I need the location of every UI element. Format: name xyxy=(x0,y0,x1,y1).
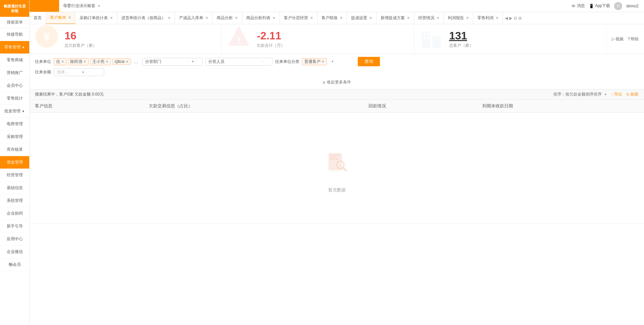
unit-more-btn[interactable]: ... xyxy=(132,59,139,65)
content-area: ¥ 16 总欠款客户（家） ! -2.11 欠款合计（ xyxy=(30,24,644,325)
unit-tag-wang-close[interactable]: ✕ xyxy=(105,60,109,64)
help-btn[interactable]: ? 帮助 xyxy=(628,36,639,42)
sidebar-item-retail[interactable]: 零售管理 ▼ xyxy=(0,41,29,54)
tab-retail-profit[interactable]: 零售利润 ✕ xyxy=(473,12,503,24)
sidebar-item-membership[interactable]: 会员中心 xyxy=(0,79,29,92)
sidebar-item-enterprise[interactable]: 企业协同 xyxy=(0,207,29,220)
user-avatar[interactable]: D xyxy=(614,2,622,10)
tab-operations[interactable]: 经营情况 ✕ xyxy=(414,12,444,24)
tab-accounts[interactable]: 客户账本 ✕ xyxy=(46,12,76,24)
tab-accounts-close[interactable]: ✕ xyxy=(68,15,71,20)
tab-new-raise-plan-label: 新增提成方案 xyxy=(381,15,405,21)
tab-purchase-orders-close[interactable]: ✕ xyxy=(110,16,113,20)
data-table: 客户信息 欠款交易信息（占比） 回款情况 到期未收款日期 xyxy=(30,100,644,224)
tab-inbound-stats[interactable]: 进货单统计表（按商品） ✕ xyxy=(117,12,175,24)
unit-tag-wu-close[interactable]: ✕ xyxy=(61,60,64,64)
balance-chevron-icon: ▼ xyxy=(82,71,85,74)
tab-purchase-orders[interactable]: 采购订单统计表 ✕ xyxy=(76,12,117,24)
sidebar-item-new-user[interactable]: 新手引导 xyxy=(0,220,29,233)
svg-rect-9 xyxy=(427,37,429,39)
sidebar-item-finance[interactable]: 资金管理 xyxy=(0,156,29,169)
tab-home[interactable]: 首页 xyxy=(30,12,46,24)
demo-selector-label: 母婴行业演示账套 xyxy=(63,3,95,9)
unit-tag-chen-close[interactable]: ✕ xyxy=(83,60,86,64)
unit-class-chevron-icon: ▼ xyxy=(331,60,334,63)
sidebar-item-enterprise-wechat[interactable]: 企业微信 xyxy=(0,246,29,258)
sidebar-item-quick-nav[interactable]: 快捷导航 xyxy=(0,28,29,41)
tabs-scroll-right[interactable]: ▶ xyxy=(509,16,512,21)
tab-production-inbound[interactable]: 产成品入库单 ✕ xyxy=(175,12,213,24)
tabs-expand[interactable]: ⊞ xyxy=(518,16,522,21)
tab-raise-settings-close[interactable]: ✕ xyxy=(369,16,372,20)
sort-select[interactable]: 排序：按欠款金额倒序排序 ▼ xyxy=(553,92,607,97)
sidebar-item-basic-info[interactable]: 基础信息 xyxy=(0,182,29,194)
stats-bar-actions: ▷ 视频 ? 帮助 xyxy=(606,36,644,42)
tab-new-raise-plan[interactable]: 新增提成方案 ✕ xyxy=(377,12,414,24)
tabs-scroll-left[interactable]: ◀ xyxy=(505,16,508,21)
refresh-btn[interactable]: ↻ 刷新 xyxy=(626,92,639,97)
tab-goods-analysis[interactable]: 商品分析 ✕ xyxy=(213,12,242,24)
person-filter-select[interactable]: 分管人员 ··· xyxy=(205,58,272,66)
unit-tag-chen: 陈民强 ✕ xyxy=(68,58,89,65)
dept-filter-select[interactable]: 分管部门 ··· ▼ xyxy=(142,58,203,66)
tab-profit-report[interactable]: 利润报告 ✕ xyxy=(444,12,473,24)
export-btn[interactable]: ↑ 导出 xyxy=(611,92,622,97)
refresh-icon: ↻ xyxy=(626,92,630,97)
sidebar-item-app-center[interactable]: 应用中心 xyxy=(0,233,29,246)
user-name[interactable]: demo2 xyxy=(626,4,639,8)
message-icon: ✉ xyxy=(572,4,575,8)
tab-goods-analysis-list-close[interactable]: ✕ xyxy=(272,16,275,20)
app-download-btn[interactable]: 📱 App下载 xyxy=(589,3,610,9)
sidebar-item-wholesale[interactable]: 批发管理 ▼ xyxy=(0,105,29,118)
filter-bar: 往来单位 伍 ✕ 陈民强 ✕ 王小亮 ✕ cjttcw xyxy=(30,54,644,89)
unit-tag-wang: 王小亮 ✕ xyxy=(90,58,111,65)
sidebar-item-system[interactable]: 系统管理 xyxy=(0,194,29,207)
sidebar-item-ecommerce[interactable]: 电商管理 xyxy=(0,118,29,131)
tab-retail-profit-close[interactable]: ✕ xyxy=(496,16,499,20)
demo-selector-area[interactable]: 母婴行业演示账套 ▼ xyxy=(59,3,104,9)
tab-customer-segment[interactable]: 客户分层经营 ✕ xyxy=(280,12,317,24)
unit-tag-cjttcw: cjttcw ✕ xyxy=(112,59,131,65)
tabs-collapse[interactable]: ⊟ xyxy=(514,16,517,21)
unit-class-dropdown[interactable]: ▼ xyxy=(328,59,355,64)
table-head: 客户信息 欠款交易信息（占比） 回款情况 到期未收款日期 xyxy=(30,100,644,113)
balance-filter-input[interactable]: 选择... ▼ xyxy=(54,68,104,76)
sidebar-item-purchase[interactable]: 采购管理 xyxy=(0,131,29,143)
unit-class-tag-close[interactable]: ✕ xyxy=(321,60,325,64)
tab-raise-settings[interactable]: 提成设置 ✕ xyxy=(347,12,377,24)
tab-inbound-stats-close[interactable]: ✕ xyxy=(168,16,171,20)
sidebar-item-retail-mall[interactable]: 零售商城 xyxy=(0,54,29,67)
balance-filter-label: 往来余额 xyxy=(35,69,51,75)
tab-new-raise-plan-close[interactable]: ✕ xyxy=(407,16,410,20)
query-button[interactable]: 查询 xyxy=(358,57,380,66)
tab-customer-segment-close[interactable]: ✕ xyxy=(310,16,313,20)
tab-customer-contact-close[interactable]: ✕ xyxy=(340,16,343,20)
sidebar-item-retail-stats[interactable]: 零售统计 xyxy=(0,92,29,105)
result-summary: 搜索结果中，客户0家 欠款金额 0.00元 xyxy=(35,92,104,97)
col-overdue-date: 到期未收款日期 xyxy=(477,100,644,113)
debt-bg-icon: ! xyxy=(227,25,251,48)
tab-customer-contact[interactable]: 客户联络 ✕ xyxy=(317,12,347,24)
message-btn[interactable]: ✉ 消息 xyxy=(572,3,585,9)
unit-class-tag-normal: 普通客户 ✕ xyxy=(302,58,327,65)
person-filter-more: ··· xyxy=(261,59,264,64)
tab-goods-analysis-close[interactable]: ✕ xyxy=(235,16,238,20)
sidebar-item-inventory[interactable]: 库存核算 xyxy=(0,143,29,156)
video-btn[interactable]: ▷ 视频 xyxy=(612,36,624,42)
sidebar-item-vip[interactable]: 畅会员 xyxy=(0,258,29,271)
unit-tag-cjttcw-close[interactable]: ✕ xyxy=(126,60,129,64)
sidebar-item-marketing[interactable]: 营销推广 xyxy=(0,67,29,79)
tab-goods-analysis-label: 商品分析 xyxy=(217,15,233,21)
sidebar-logo-text: 畅捷通好生意 标版 xyxy=(4,4,26,13)
tab-operations-close[interactable]: ✕ xyxy=(436,16,439,20)
tab-production-inbound-close[interactable]: ✕ xyxy=(205,16,208,20)
tab-goods-analysis-list[interactable]: 商品分析列表 ✕ xyxy=(242,12,280,24)
tab-retail-profit-label: 零售利润 xyxy=(477,15,493,21)
tab-profit-report-close[interactable]: ✕ xyxy=(466,16,469,20)
result-bar: 搜索结果中，客户0家 欠款金额 0.00元 排序：按欠款金额倒序排序 ▼ ↑ 导… xyxy=(30,89,644,100)
total-label: 总客户（家） xyxy=(449,43,473,48)
global-topbar: 母婴行业演示账套 ▼ ✉ 消息 📱 App下载 D demo2 xyxy=(30,0,644,12)
sidebar-item-operations-mgmt[interactable]: 经营管理 xyxy=(0,169,29,182)
collapse-btn[interactable]: ∧ 收起更多条件 xyxy=(323,79,351,85)
sidebar-search[interactable]: 搜索菜单 xyxy=(0,17,29,28)
